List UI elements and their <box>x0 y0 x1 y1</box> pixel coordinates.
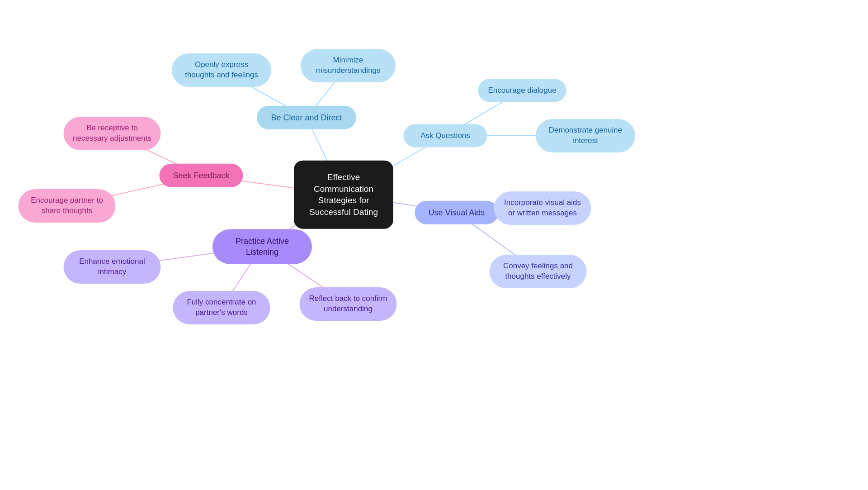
mindmap-node-minimize: Minimize misunderstandings <box>301 49 396 82</box>
mindmap-node-encourage-partner: Encourage partner to share thoughts <box>19 189 116 223</box>
mindmap-node-incorporate-visual: Incorporate visual aids or written messa… <box>494 191 591 225</box>
mindmap-node-fully-concentrate: Fully concentrate on partner's words <box>173 291 270 324</box>
mindmap-node-seek-feedback: Seek Feedback <box>160 164 243 187</box>
mindmap-node-reflect-back: Reflect back to confirm understanding <box>300 287 397 321</box>
connections-svg <box>0 0 868 490</box>
mindmap-node-encourage-dialogue: Encourage dialogue <box>478 79 566 102</box>
mindmap-node-be-clear: Be Clear and Direct <box>257 106 356 129</box>
mindmap-node-convey-feelings: Convey feelings and thoughts effectively <box>490 255 587 288</box>
mindmap-node-demonstrate-interest: Demonstrate genuine interest <box>536 119 635 152</box>
mindmap-node-openly-express: Openly express thoughts and feelings <box>172 53 271 87</box>
mindmap-node-enhance-emotional: Enhance emotional intimacy <box>64 250 161 284</box>
mindmap-node-center: Effective Communication Strategies for S… <box>294 161 393 229</box>
mindmap-container: Effective Communication Strategies for S… <box>0 0 868 490</box>
mindmap-node-practice-listening: Practice Active Listening <box>212 229 312 264</box>
mindmap-node-ask-questions: Ask Questions <box>404 124 487 147</box>
mindmap-node-be-receptive: Be receptive to necessary adjustments <box>64 117 161 150</box>
mindmap-node-use-visual: Use Visual Aids <box>415 201 499 224</box>
